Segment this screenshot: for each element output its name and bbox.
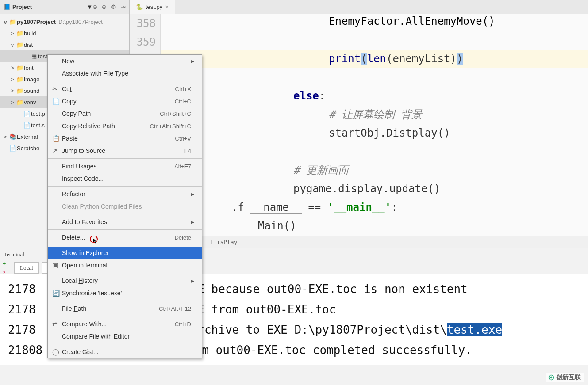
collapse-icon[interactable]: ⊖ <box>92 4 97 10</box>
tree-item-dist[interactable]: v📁dist <box>0 39 129 50</box>
code-line: .f __name__ == '__main__': <box>231 198 398 217</box>
exe-icon: ▦ <box>30 53 38 60</box>
top-bar: 📘 Project ▼ ⊖ ⊕ ⚙ ⇥ 🐍 test.py × <box>0 0 588 14</box>
menu-icon: ◯ <box>52 348 62 355</box>
code-line: # 更新画面 <box>293 161 349 179</box>
menu-item[interactable]: ⇄Compare With...Ctrl+D <box>48 318 202 330</box>
tree-root[interactable]: v📁 py1807Project D:\py1807Project <box>0 16 129 27</box>
tab-filename: test.py <box>146 4 162 10</box>
scratches-icon: 📄 <box>9 145 17 152</box>
python-file-icon: 🐍 <box>136 4 143 10</box>
watermark: ⦿创新互联 <box>546 373 584 382</box>
menu-item[interactable]: 📋PasteCtrl+V <box>48 132 202 145</box>
gear-icon[interactable]: ⚙ <box>111 4 116 10</box>
menu-item[interactable]: 📄CopyCtrl+C <box>48 95 202 107</box>
file-icon: 📄 <box>23 111 31 117</box>
menu-icon: ↗ <box>52 147 62 154</box>
menu-item[interactable]: New▸ <box>48 55 202 67</box>
menu-item[interactable]: Show in Explorer <box>48 247 202 259</box>
menu-item[interactable]: ↗Jump to SourceF4 <box>48 145 202 157</box>
terminal-tab-local[interactable]: Local <box>14 262 39 274</box>
menu-icon: 📄 <box>52 98 62 105</box>
library-icon: 📚 <box>9 133 17 140</box>
context-menu[interactable]: New▸Associate with File Type✂CutCtrl+X📄C… <box>47 54 202 358</box>
close-icon[interactable]: × <box>3 269 10 276</box>
menu-icon: 🔄 <box>52 290 62 297</box>
close-icon[interactable]: × <box>165 4 169 10</box>
tree-item-build[interactable]: >📁build <box>0 27 129 39</box>
menu-item[interactable]: Add to Favorites▸ <box>48 216 202 228</box>
menu-item[interactable]: Copy Relative PathCtrl+Alt+Shift+C <box>48 120 202 132</box>
menu-item[interactable]: File PathCtrl+Alt+F12 <box>48 302 202 315</box>
code-line: pygame.display.update() <box>293 179 440 198</box>
menu-item[interactable]: ✂CutCtrl+X <box>48 83 202 95</box>
code-line: # 让屏幕绘制 背景 <box>329 105 422 124</box>
menu-item[interactable]: Inspect Code... <box>48 172 202 185</box>
folder-icon: 📁 <box>16 76 24 83</box>
folder-icon: 📁 <box>16 30 24 37</box>
menu-icon: 📋 <box>52 135 62 142</box>
menu-item[interactable]: Compare File with Editor <box>48 330 202 343</box>
menu-item[interactable]: Associate with File Type <box>48 67 202 80</box>
folder-icon: 📁 <box>16 65 24 71</box>
menu-icon: ▣ <box>52 262 62 269</box>
menu-item[interactable]: Local History▸ <box>48 274 202 287</box>
menu-item[interactable]: Find UsagesAlt+F7 <box>48 160 202 172</box>
menu-item[interactable]: 🔄Synchronize 'test.exe' <box>48 287 202 299</box>
menu-item[interactable]: Delete...Delete <box>48 231 202 244</box>
menu-icon: ✂ <box>52 85 62 92</box>
editor-tab-test[interactable]: 🐍 test.py × <box>130 0 175 14</box>
project-icon: 📘 <box>4 4 11 10</box>
code-line: Main() <box>258 217 296 235</box>
code-line: EnemyFactor.AllEnemyMove() <box>329 14 495 30</box>
folder-icon: 📁 <box>9 19 17 25</box>
plus-icon[interactable]: + <box>3 260 10 267</box>
folder-icon: 📁 <box>16 88 24 94</box>
code-line: startObj.Distplay() <box>329 124 450 142</box>
code-line: else: <box>293 87 325 105</box>
code-line: print(len(enemyList)) <box>329 50 463 68</box>
folder-icon: 📁 <box>16 42 24 48</box>
hide-icon[interactable]: ⇥ <box>121 4 126 10</box>
menu-item: Clean Python Compiled Files <box>48 200 202 213</box>
file-icon: 📄 <box>23 122 31 129</box>
menu-item[interactable]: Copy PathCtrl+Shift+C <box>48 107 202 120</box>
menu-item[interactable]: ◯Create Gist... <box>48 346 202 358</box>
folder-icon: 📁 <box>16 99 24 106</box>
project-pane-header[interactable]: 📘 Project ▼ ⊖ ⊕ ⚙ ⇥ <box>0 0 130 14</box>
project-label: Project <box>12 4 87 10</box>
target-icon[interactable]: ⊕ <box>102 4 107 10</box>
menu-icon: ⇄ <box>52 320 62 328</box>
cursor-icon <box>90 236 99 244</box>
editor-tabs: 🐍 test.py × <box>130 0 175 14</box>
menu-item[interactable]: ▣Open in terminal <box>48 259 202 271</box>
menu-item[interactable]: Refactor▸ <box>48 188 202 200</box>
